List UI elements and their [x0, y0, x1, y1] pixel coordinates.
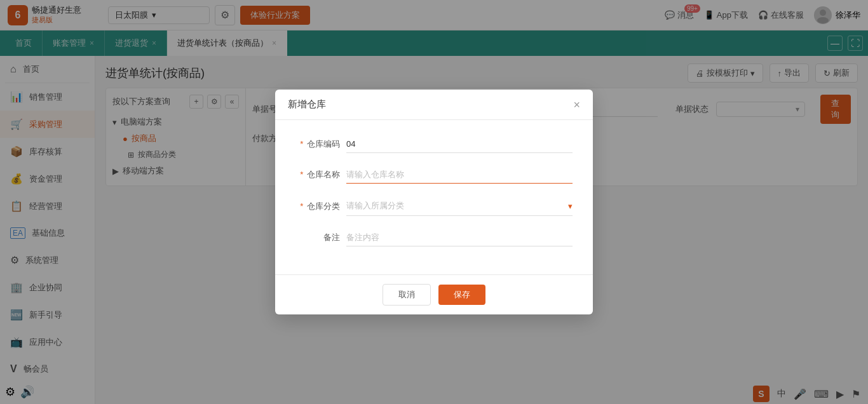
name-input[interactable]	[346, 166, 573, 184]
category-select[interactable]: 请输入所属分类 ▾	[346, 196, 573, 216]
code-label: * 仓库编码	[295, 138, 346, 150]
code-input[interactable]	[346, 135, 573, 153]
modal-overlay: 新增仓库 × * 仓库编码 * 仓库名称	[0, 0, 868, 404]
code-field	[346, 135, 573, 153]
remark-input[interactable]	[346, 229, 573, 246]
required-star-name: *	[300, 170, 303, 179]
modal-header: 新增仓库 ×	[275, 90, 593, 120]
required-star-category: *	[300, 201, 303, 211]
new-warehouse-modal: 新增仓库 × * 仓库编码 * 仓库名称	[275, 90, 593, 314]
save-button[interactable]: 保存	[438, 285, 485, 305]
modal-title: 新增仓库	[288, 98, 326, 111]
form-row-category: * 仓库分类 请输入所属分类 ▾	[295, 196, 573, 216]
cancel-button[interactable]: 取消	[383, 284, 431, 306]
form-row-code: * 仓库编码	[295, 135, 573, 153]
modal-footer: 取消 保存	[275, 274, 593, 314]
modal-body: * 仓库编码 * 仓库名称 *	[275, 120, 593, 274]
remark-field	[346, 229, 573, 246]
name-field	[346, 166, 573, 184]
form-row-remark: 备注	[295, 229, 573, 246]
form-row-name: * 仓库名称	[295, 166, 573, 184]
category-field: 请输入所属分类 ▾	[346, 196, 573, 216]
modal-close-button[interactable]: ×	[573, 99, 580, 111]
name-label: * 仓库名称	[295, 169, 346, 180]
remark-label: 备注	[295, 232, 346, 243]
category-chevron-icon: ▾	[568, 201, 573, 211]
category-placeholder: 请输入所属分类	[346, 200, 404, 212]
category-label: * 仓库分类	[295, 201, 346, 212]
required-star-code: *	[300, 139, 303, 149]
